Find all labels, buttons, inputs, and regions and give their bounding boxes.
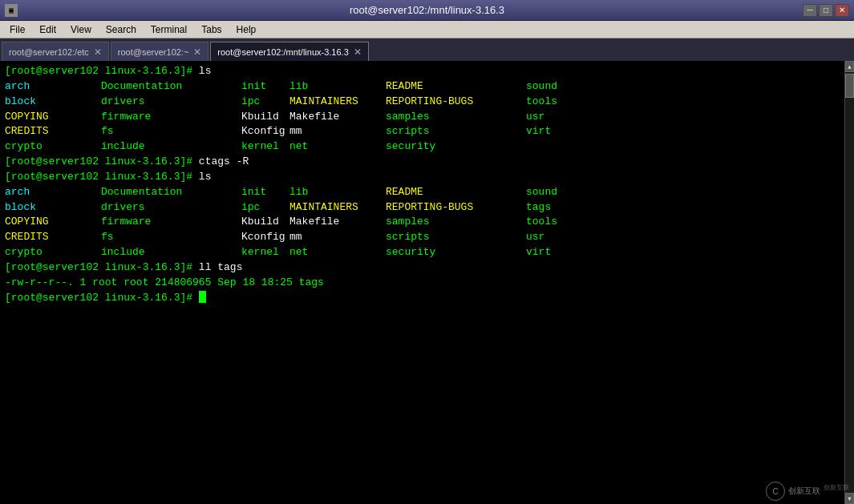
tab-2-label: root@server102:/mnt/linux-3.16.3 — [217, 47, 348, 57]
terminal-line: [root@server102 linux-3.16.3]# ctags -R — [5, 155, 840, 170]
ls-row: blockdriversipcMAINTAINERSREPORTING-BUGS… — [5, 95, 840, 110]
ls-row: archDocumentationinitlibREADMEsound — [5, 185, 840, 200]
ls-row: CREDITSfsKconfigmmscriptsusr — [5, 230, 840, 245]
ls-row: COPYINGfirmwareKbuildMakefilesamplestool… — [5, 215, 840, 230]
tab-0[interactable]: root@server102:/etc ✕ — [2, 42, 109, 61]
terminal-wrapper: [root@server102 linux-3.16.3]# lsarchDoc… — [0, 61, 854, 504]
ls-row: CREDITSfsKconfigmmscriptsvirt — [5, 124, 840, 139]
scrollbar-track[interactable] — [845, 72, 854, 493]
title-bar-title: root@server102:/mnt/linux-3.16.3 — [350, 4, 504, 16]
title-bar: ▣ root@server102:/mnt/linux-3.16.3 ─ □ ✕ — [0, 0, 854, 21]
tab-2-close[interactable]: ✕ — [354, 46, 362, 58]
maximize-button[interactable]: □ — [819, 4, 833, 17]
menu-bar: File Edit View Search Terminal Tabs Help — [0, 21, 854, 38]
ls-row: COPYINGfirmwareKbuildMakefilesamplesusr — [5, 110, 840, 125]
menu-tabs[interactable]: Tabs — [195, 22, 228, 37]
watermark-circle-text: C — [772, 487, 778, 496]
prompt-cursor-line: [root@server102 linux-3.16.3]# — [5, 291, 840, 306]
tab-1[interactable]: root@server102:~ ✕ — [111, 42, 209, 61]
close-button[interactable]: ✕ — [835, 4, 849, 17]
menu-help[interactable]: Help — [230, 22, 263, 37]
terminal[interactable]: [root@server102 linux-3.16.3]# lsarchDoc… — [0, 61, 844, 504]
watermark-logo: C — [766, 482, 785, 501]
menu-view[interactable]: View — [64, 22, 98, 37]
ls-row: archDocumentationinitlibREADMEsound — [5, 79, 840, 95]
title-bar-left: ▣ — [5, 4, 18, 17]
terminal-line: [root@server102 linux-3.16.3]# ls — [5, 64, 840, 79]
scroll-up-button[interactable]: ▲ — [845, 61, 854, 72]
menu-terminal[interactable]: Terminal — [144, 22, 193, 37]
ls-row: cryptoincludekernelnetsecurityvirt — [5, 245, 840, 260]
menu-file[interactable]: File — [3, 22, 31, 37]
minimize-button[interactable]: ─ — [803, 4, 817, 17]
tab-2[interactable]: root@server102:/mnt/linux-3.16.3 ✕ — [210, 42, 368, 61]
scrollbar[interactable]: ▲ ▼ — [844, 61, 854, 504]
tab-1-close[interactable]: ✕ — [193, 46, 201, 58]
terminal-line: [root@server102 linux-3.16.3]# ls — [5, 170, 840, 185]
watermark-text: 创新互联 — [788, 486, 820, 497]
tab-0-close[interactable]: ✕ — [94, 46, 102, 58]
scrollbar-thumb[interactable] — [845, 74, 854, 98]
tab-0-label: root@server102:/etc — [9, 47, 89, 57]
app-icon: ▣ — [5, 4, 18, 17]
watermark: C 创新互联 创新互联 — [766, 482, 849, 501]
menu-search[interactable]: Search — [99, 22, 143, 37]
file-info-line: -rw-r--r--. 1 root root 214806965 Sep 18… — [5, 276, 840, 291]
menu-edit[interactable]: Edit — [33, 22, 63, 37]
ls-row: blockdriversipcMAINTAINERSREPORTING-BUGS… — [5, 200, 840, 216]
terminal-line: [root@server102 linux-3.16.3]# ll tags — [5, 260, 840, 276]
tab-1-label: root@server102:~ — [118, 47, 189, 57]
title-bar-controls: ─ □ ✕ — [803, 4, 849, 17]
tab-bar: root@server102:/etc ✕ root@server102:~ ✕… — [0, 38, 854, 61]
watermark-subtitle: 创新互联 — [824, 483, 849, 492]
ls-row: cryptoincludekernelnetsecurity — [5, 139, 840, 155]
